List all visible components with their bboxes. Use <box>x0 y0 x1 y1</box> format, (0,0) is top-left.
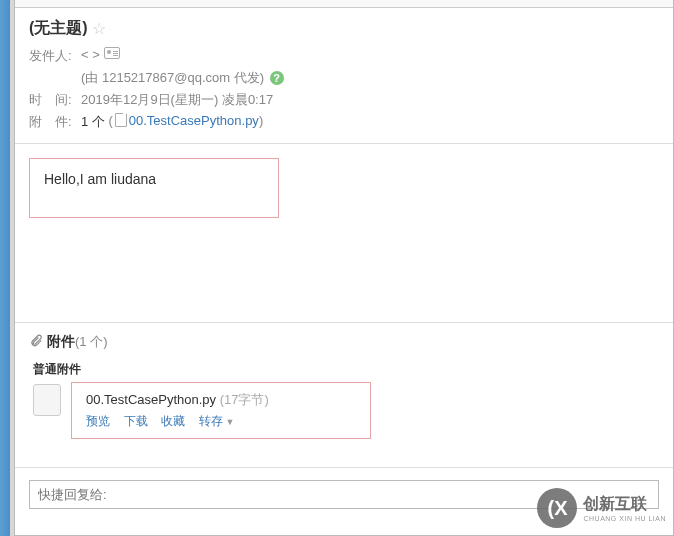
attachment-count: 1 个 <box>81 113 105 131</box>
preview-button[interactable]: 预览 <box>86 414 110 428</box>
sent-by-email: 1215217867@qq.com <box>102 70 230 85</box>
attachment-filetype-icon <box>33 384 61 416</box>
watermark-text: 创新互联 CHUANG XIN HU LIAN <box>583 494 666 522</box>
attachments-title: 附件 <box>47 333 75 351</box>
sent-by-prefix: (由 <box>81 70 102 85</box>
subject-row: (无主题) ☆ <box>29 18 659 39</box>
attachment-item-wrapper: 00.TestCasePython.py (17字节) 预览 下载 收藏 转存 … <box>29 382 659 439</box>
paperclip-icon <box>29 334 43 351</box>
attachment-link[interactable]: 00.TestCasePython.py <box>129 113 259 131</box>
favorite-button[interactable]: 收藏 <box>161 414 185 428</box>
attachment-label: 附 件: <box>29 113 81 131</box>
paren-close: ) <box>259 113 263 131</box>
left-accent-bar <box>0 0 10 536</box>
email-body: Hello,I am liudana <box>15 144 673 232</box>
paren-open: ( <box>105 113 113 131</box>
sender-row: 发件人: < > <box>29 47 659 65</box>
time-value: 2019年12月9日(星期一) 凌晨0:17 <box>81 91 273 109</box>
watermark-en: CHUANG XIN HU LIAN <box>583 515 666 522</box>
sent-by-suffix: 代发) <box>230 70 264 85</box>
sent-by-row: (由 1215217867@qq.com 代发) ? <box>29 69 659 87</box>
toolbar-edge <box>15 0 673 8</box>
sender-address: < > <box>81 47 100 65</box>
attachment-header-row: 附 件: 1 个 ( 00.TestCasePython.py ) <box>29 113 659 131</box>
star-icon[interactable]: ☆ <box>92 19 106 38</box>
attachment-name-row: 00.TestCasePython.py (17字节) <box>86 391 356 409</box>
help-icon[interactable]: ? <box>270 71 284 85</box>
email-subject: (无主题) <box>29 18 88 39</box>
contact-card-icon[interactable] <box>104 47 120 59</box>
watermark: (X 创新互联 CHUANG XIN HU LIAN <box>537 488 666 528</box>
attachment-filesize: (17字节) <box>220 392 269 407</box>
attachments-section: 附件 (1 个) 普通附件 00.TestCasePython.py (17字节… <box>15 322 673 453</box>
attachment-item: 00.TestCasePython.py (17字节) 预览 下载 收藏 转存 … <box>71 382 371 439</box>
attachments-title-row: 附件 (1 个) <box>29 333 659 351</box>
transfer-label: 转存 <box>199 414 223 428</box>
attachment-actions: 预览 下载 收藏 转存 ▼ <box>86 413 356 430</box>
attachment-filename: 00.TestCasePython.py <box>86 392 216 407</box>
download-button[interactable]: 下载 <box>124 414 148 428</box>
chevron-down-icon: ▼ <box>223 417 234 427</box>
watermark-logo-icon: (X <box>537 488 577 528</box>
message-content: Hello,I am liudana <box>29 158 279 218</box>
attachments-subtitle: 普通附件 <box>33 361 659 378</box>
email-header: (无主题) ☆ 发件人: < > (由 1215217867@qq.com 代发… <box>15 8 673 144</box>
sender-label: 发件人: <box>29 47 81 65</box>
watermark-cn: 创新互联 <box>583 494 666 515</box>
email-view-container: (无主题) ☆ 发件人: < > (由 1215217867@qq.com 代发… <box>14 0 674 536</box>
transfer-button[interactable]: 转存 ▼ <box>199 414 234 428</box>
file-icon <box>115 113 127 127</box>
time-label: 时 间: <box>29 91 81 109</box>
time-row: 时 间: 2019年12月9日(星期一) 凌晨0:17 <box>29 91 659 109</box>
attachments-count: (1 个) <box>75 333 108 351</box>
